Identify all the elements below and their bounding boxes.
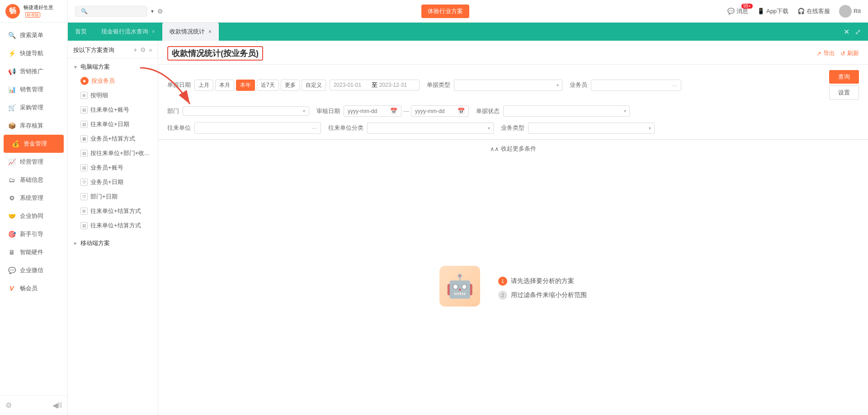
sidebar-item-purchase[interactable]: 🛒 采购管理 (0, 99, 67, 117)
sidebar-item-sales[interactable]: 📊 销售管理 (0, 80, 67, 99)
customer-service-item[interactable]: 🎧 在线客服 (797, 7, 830, 15)
scheme-item-counterparty-settlement1[interactable]: ⊞ 往来单位+结算方式 (68, 204, 158, 218)
audit-date-end-input[interactable]: 📅 (411, 105, 469, 117)
scheme-item-salesperson-date[interactable]: ⏱ 业务员+日期 (68, 175, 158, 189)
sidebar-settings-icon[interactable]: ⚙ (5, 401, 12, 410)
date-last-7[interactable]: 近7天 (257, 80, 279, 91)
scheme-group-mobile-header[interactable]: ▼ 移动端方案 (68, 236, 158, 250)
notification-item[interactable]: 💬 消息 99+ (727, 7, 748, 15)
tab-home[interactable]: 首页 (68, 23, 94, 41)
counterparty-more-icon[interactable]: ··· (311, 124, 317, 132)
date-end-input[interactable] (379, 82, 415, 88)
marketing-icon: 📢 (7, 67, 16, 76)
date-this-month[interactable]: 本月 (215, 80, 234, 91)
app-download-item[interactable]: 📱 App下载 (757, 7, 788, 15)
active-scheme-icon: ⏺ (80, 77, 89, 85)
scheme-item-counterparty-date[interactable]: ▤ 往来单位+日期 (68, 117, 158, 132)
sidebar-item-inventory[interactable]: 📦 库存核算 (0, 117, 67, 135)
audit-date-start-input[interactable]: 📅 (344, 105, 401, 117)
salesperson-account-icon: ▤ (80, 164, 88, 171)
trial-btn[interactable]: 体验行业方案 (421, 5, 469, 18)
add-scheme-icon[interactable]: + (133, 46, 137, 54)
sidebar-menu: 🔍 搜索菜单 ⚡ 快捷导航 📢 营销推广 📊 销售管理 🛒 采购管理 📦 库存核… (0, 23, 67, 395)
tab-bank-flow[interactable]: 现金银行流水查询 × (94, 23, 162, 41)
sidebar-item-basic[interactable]: 🗂 基础信息 (0, 171, 67, 189)
settings-button[interactable]: 设置 (829, 85, 859, 100)
query-button[interactable]: 查询 (829, 70, 859, 84)
doc-status-select-wrapper (503, 105, 630, 117)
date-last-month[interactable]: 上月 (194, 80, 213, 91)
date-this-year[interactable]: 本年 (236, 80, 255, 91)
dept-input[interactable]: ▾ (183, 106, 309, 116)
tab-bank-flow-close[interactable]: × (152, 28, 155, 35)
date-start-input[interactable] (334, 82, 370, 88)
logo-icon: 畅 (5, 4, 20, 19)
scheme-settings-icon[interactable]: ⚙ (140, 46, 146, 54)
purchase-icon: 🛒 (7, 103, 16, 112)
sidebar-item-enterprise[interactable]: 🤝 企业协同 (0, 207, 67, 225)
sidebar-item-wechat[interactable]: 💬 企业微信 (0, 261, 67, 279)
collapse-bar[interactable]: ∧∧ 收起更多条件 (158, 140, 868, 157)
filter-dept-item: 部门 ▾ (167, 106, 309, 116)
counterparty-category-select[interactable] (367, 123, 494, 134)
empty-state: 🤖 1 请先选择要分析的方案 2 用过滤条件来缩小分析范围 (158, 157, 868, 415)
sidebar-item-finance[interactable]: 💰 资金管理 (4, 135, 64, 153)
user-avatar (839, 5, 852, 18)
business-type-select[interactable] (528, 123, 655, 134)
sidebar-item-operation[interactable]: 📈 经营管理 (0, 153, 67, 171)
doc-status-select[interactable] (503, 105, 630, 117)
refresh-button[interactable]: ↺ 刷新 (840, 49, 859, 57)
topbar-dropdown-arrow[interactable]: ▾ (151, 8, 154, 14)
date-range-input[interactable]: 至 (330, 80, 420, 90)
date-custom[interactable]: 自定义 (302, 80, 326, 91)
scheme-item-salesperson-settlement[interactable]: ▦ 业务员+结算方式 (68, 132, 158, 146)
notification-badge: 99+ (741, 4, 753, 9)
topbar-gear-icon[interactable]: ⚙ (157, 8, 163, 15)
sidebar-item-marketing[interactable]: 📢 营销推广 (0, 62, 67, 80)
counterparty-category-select-wrapper (367, 123, 494, 134)
scheme-group-desktop: ▼ 电脑端方案 ⏺ 按业务员 ⊞ 按明细 ▤ 往来单位+账号 ▤ 往来单位+ (68, 58, 158, 235)
audit-date-range: 📅 — 📅 (344, 105, 469, 117)
date-more[interactable]: 更多 (281, 80, 300, 91)
sidebar-item-quicknav[interactable]: ⚡ 快捷导航 (0, 44, 67, 62)
counterparty-dept-icon: ▤ (80, 150, 88, 157)
scheme-group-desktop-header[interactable]: ▼ 电脑端方案 (68, 60, 158, 74)
audit-end-field[interactable] (415, 108, 456, 114)
topbar-search-box[interactable]: 🔍 (75, 6, 147, 17)
left-panel-header: 按以下方案查询 + ⚙ « (68, 41, 158, 58)
filter-doctype-item: 单据类型 (427, 80, 562, 91)
scheme-item-detail[interactable]: ⊞ 按明细 (68, 88, 158, 103)
hardware-icon: 🖥 (7, 248, 16, 257)
export-icon: ↗ (816, 50, 821, 57)
search-icon: 🔍 (7, 31, 16, 40)
audit-start-field[interactable] (348, 108, 388, 114)
scheme-item-counterparty-settlement2[interactable]: ▤ 往来单位+结算方式 (68, 218, 158, 233)
export-button[interactable]: ↗ 导出 (816, 49, 835, 57)
salesperson-input[interactable]: ··· (591, 80, 681, 91)
empty-robot-icon: 🤖 (439, 266, 480, 307)
query-buttons: 查询 设置 (829, 70, 859, 100)
window-close-icon[interactable]: ✕ (844, 28, 849, 36)
user-avatar-item[interactable]: Rit (839, 5, 861, 18)
business-type-label: 业务类型 (501, 124, 524, 132)
scheme-item-salesperson-account[interactable]: ▤ 业务员+账号 (68, 160, 158, 175)
counterparty-input[interactable]: ··· (194, 122, 321, 134)
scheme-item-counterparty-account[interactable]: ▤ 往来单位+账号 (68, 103, 158, 117)
scheme-collapse-icon[interactable]: « (149, 46, 152, 54)
sidebar-item-member[interactable]: V 畅会员 (0, 279, 67, 297)
salesperson-more-icon[interactable]: ··· (672, 82, 677, 89)
window-maximize-icon[interactable]: ⤢ (855, 28, 861, 36)
tab-collection-stats-close[interactable]: × (208, 28, 212, 35)
scheme-item-dept-date[interactable]: ⏱ 部门+日期 (68, 189, 158, 204)
filter-area: 单据日期 上月 本月 本年 近7天 更多 自定义 至 (158, 65, 868, 140)
tab-collection-stats[interactable]: 收款情况统计 × (162, 23, 219, 41)
sidebar-collapse-icon[interactable]: ◀II (52, 401, 62, 410)
scheme-item-salesperson[interactable]: ⏺ 按业务员 (68, 74, 158, 88)
doctype-select[interactable] (454, 80, 562, 91)
scheme-item-counterparty-dept[interactable]: ▤ 按往来单位+部门+收... (68, 146, 158, 160)
sidebar-item-search[interactable]: 🔍 搜索菜单 (0, 26, 67, 44)
sidebar-item-guide[interactable]: 🎯 新手引导 (0, 225, 67, 243)
dept-label: 部门 (167, 107, 179, 115)
sidebar-item-system[interactable]: ⚙ 系统管理 (0, 189, 67, 207)
sidebar-item-hardware[interactable]: 🖥 智能硬件 (0, 243, 67, 261)
